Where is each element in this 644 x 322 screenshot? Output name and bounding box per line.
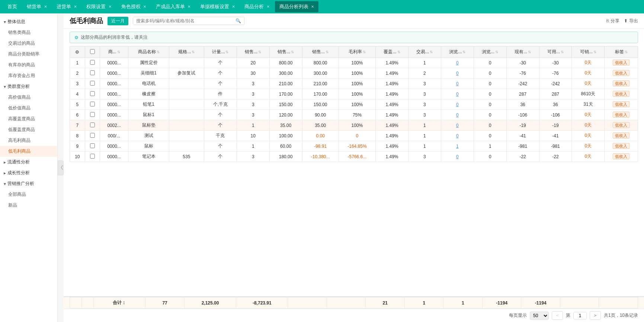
row-sales-amount: 800.00 (302, 58, 339, 68)
row-checkbox[interactable] (85, 68, 100, 79)
col-spec[interactable]: 规格...⇅ (169, 47, 204, 58)
col-saleable[interactable]: 可销...⇅ (572, 47, 605, 58)
nav-purchase-order[interactable]: 进货单 × (52, 1, 81, 12)
row-no: 1 (70, 58, 85, 68)
nav-product-analysis[interactable]: 商品分析 × (240, 1, 274, 12)
row-view1[interactable]: 0 (441, 120, 474, 131)
prev-page-button[interactable]: ＜ (552, 311, 563, 320)
per-page-label: 每页显示 (509, 312, 527, 319)
row-tag: 低收入 (605, 141, 638, 152)
row-checkbox[interactable] (85, 110, 100, 120)
share-button[interactable]: ⎘ 分享 (606, 18, 619, 24)
sidebar-section-overall[interactable]: ▾ 整体信息 (0, 16, 57, 27)
sidebar-item-traded-products[interactable]: 交易过的商品 (0, 38, 57, 49)
row-select-checkbox[interactable] (90, 122, 95, 127)
sidebar-item-low-value[interactable]: 低价值商品 (0, 103, 57, 114)
col-coverage[interactable]: 覆盖...⇅ (376, 47, 408, 58)
per-page-select[interactable]: 50 20 100 (530, 312, 549, 320)
sidebar-item-new-products[interactable]: 新品 (0, 200, 57, 211)
nav-product-analysis-list[interactable]: 商品分析列表 × (275, 1, 318, 12)
nav-home[interactable]: 首页 (3, 1, 22, 12)
row-checkbox[interactable] (85, 131, 100, 141)
row-view1[interactable]: 0 (441, 99, 474, 110)
row-view1[interactable]: 0 (441, 79, 474, 89)
sidebar-item-inventory-capital[interactable]: 库存资金占用 (0, 70, 57, 81)
row-view1[interactable]: 0 (441, 58, 474, 68)
sidebar-section-cluster[interactable]: ▾ 类群度分析 (0, 81, 57, 92)
row-view1[interactable]: 0 (441, 131, 474, 141)
col-settings[interactable]: ⚙ (70, 47, 85, 58)
col-sales-price[interactable]: 销售...⇅ (269, 47, 302, 58)
col-trade[interactable]: 交易...⇅ (408, 47, 441, 58)
sidebar-item-in-stock[interactable]: 有库存的商品 (0, 60, 57, 70)
col-view1[interactable]: 浏览...⇅ (441, 47, 474, 58)
row-checkbox[interactable] (85, 141, 100, 152)
sidebar-item-category-sales-rate[interactable]: 商品分类助销率 (0, 49, 57, 60)
row-checkbox[interactable] (85, 79, 100, 89)
table-row: 1 0000... 属性定价 个 20 800.00 800.00 100% 1… (70, 58, 638, 68)
col-sales-amount[interactable]: 销售...⇅ (302, 47, 339, 58)
nav-role-auth[interactable]: 角色授权 × (117, 1, 151, 12)
nav-permission[interactable]: 权限设置 × (82, 1, 116, 12)
row-view1[interactable]: 0 (441, 110, 474, 120)
row-view1[interactable]: 0 (441, 152, 474, 162)
row-checkbox[interactable] (85, 152, 100, 162)
col-current[interactable]: 现有...⇅ (506, 47, 539, 58)
row-view1[interactable]: 0 (441, 89, 474, 99)
nav-sales-order[interactable]: 销货单 × (22, 1, 51, 12)
row-spec (169, 79, 204, 89)
row-select-checkbox[interactable] (90, 102, 95, 106)
header-actions: ⎘ 分享 ⬆ 导出 (606, 18, 638, 24)
row-checkbox[interactable] (85, 58, 100, 68)
row-select-checkbox[interactable] (90, 70, 95, 75)
row-gross-margin: 100% (339, 79, 375, 89)
col-tag[interactable]: 标签⇅ (605, 47, 638, 58)
row-checkbox[interactable] (85, 89, 100, 99)
sidebar-section-marketing[interactable]: ▾ 营销推广分析 (0, 178, 57, 189)
col-available[interactable]: 可用...⇅ (539, 47, 572, 58)
nav-product-inbound[interactable]: 产成品入库单 × (151, 1, 195, 12)
export-button[interactable]: ⬆ 导出 (624, 18, 638, 24)
sidebar-item-low-coverage[interactable]: 低覆盖度商品 (0, 124, 57, 135)
sidebar-item-high-margin[interactable]: 高毛利商品 (0, 135, 57, 146)
row-trade: 3 (408, 79, 441, 89)
sidebar-item-high-coverage[interactable]: 高覆盖度商品 (0, 114, 57, 124)
row-view1[interactable]: 1 (441, 141, 474, 152)
row-select-checkbox[interactable] (90, 143, 95, 148)
row-select-checkbox[interactable] (90, 133, 95, 138)
sidebar-section-growth[interactable]: ▸ 成长性分析 (0, 168, 57, 178)
search-input[interactable] (136, 18, 234, 23)
sidebar-item-sales-products[interactable]: 销售类商品 (0, 27, 57, 38)
col-sales-qty[interactable]: 销售...⇅ (237, 47, 269, 58)
row-select-checkbox[interactable] (90, 91, 95, 96)
sidebar-section-circulation[interactable]: ▸ 流通性分析 (0, 157, 57, 168)
col-code[interactable]: 商...⇅ (100, 47, 128, 58)
row-select-checkbox[interactable] (90, 60, 95, 65)
date-filter-button[interactable]: 近一月 (108, 17, 128, 25)
row-no: 2 (70, 68, 85, 79)
main-layout: ▾ 整体信息 销售类商品 交易过的商品 商品分类助销率 有库存的商品 库存资金占… (0, 13, 644, 322)
row-view2: 0 (474, 79, 506, 89)
sidebar-item-low-margin[interactable]: 低毛利商品 (0, 146, 57, 157)
row-gross-margin: 100% (339, 99, 375, 110)
sidebar-collapse-button[interactable]: 《 (58, 160, 64, 175)
page-input[interactable] (573, 312, 587, 319)
col-name[interactable]: 商品名称⇅ (128, 47, 169, 58)
col-gross-margin[interactable]: 毛利率⇅ (339, 47, 375, 58)
row-checkbox[interactable] (85, 120, 100, 131)
sidebar-item-high-value[interactable]: 高价值商品 (0, 92, 57, 103)
col-view2[interactable]: 浏览...⇅ (474, 47, 506, 58)
row-view1[interactable]: 0 (441, 68, 474, 79)
row-select-checkbox[interactable] (90, 112, 95, 117)
row-checkbox[interactable] (85, 99, 100, 110)
nav-template-setting[interactable]: 单据模板设置 × (196, 1, 239, 12)
col-unit[interactable]: 计量...⇅ (204, 47, 237, 58)
row-select-checkbox[interactable] (90, 81, 95, 86)
next-page-button[interactable]: ＞ (590, 311, 601, 320)
row-name: 鼠标垫 (128, 120, 169, 131)
select-all-checkbox[interactable] (90, 49, 95, 54)
search-icon[interactable]: 🔍 (236, 18, 241, 23)
sidebar-item-all-products[interactable]: 全部商品 (0, 189, 57, 200)
row-select-checkbox[interactable] (90, 154, 95, 159)
sidebar: ▾ 整体信息 销售类商品 交易过的商品 商品分类助销率 有库存的商品 库存资金占… (0, 13, 58, 322)
